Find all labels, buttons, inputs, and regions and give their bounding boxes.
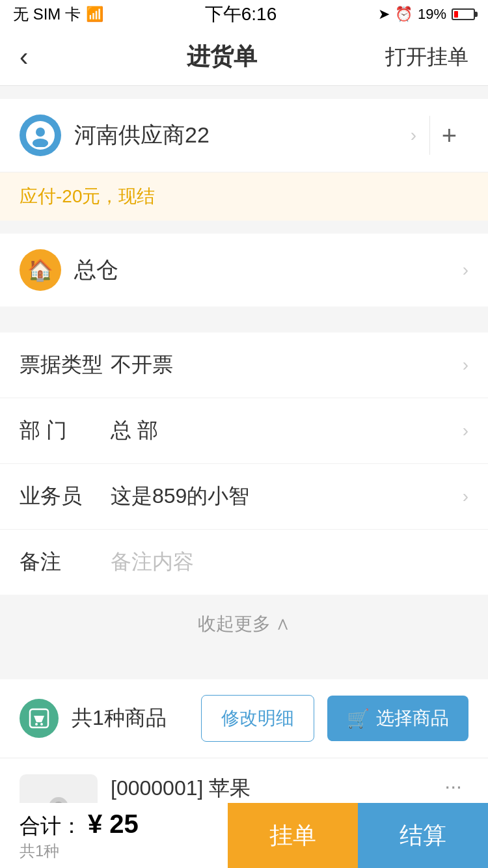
invoice-type-label: 票据类型: [20, 351, 111, 379]
select-product-icon: 🛒: [347, 708, 370, 729]
gap-1: [0, 86, 488, 99]
department-value: 总 部: [111, 416, 463, 445]
warehouse-row[interactable]: 🏠 总仓 ›: [0, 234, 488, 306]
battery-percentage: 19%: [418, 6, 446, 23]
product-count: 共1种商品: [72, 704, 188, 733]
total-section: 合计： ¥ 25 共1种: [0, 809, 228, 861]
product-more-button[interactable]: ···: [438, 774, 468, 798]
alarm-icon: ⏰: [395, 6, 413, 23]
remark-label: 备注: [20, 548, 111, 576]
add-supplier-button[interactable]: +: [429, 116, 468, 155]
gap-4: [0, 653, 488, 666]
hang-button[interactable]: 挂单: [228, 803, 358, 868]
notice-bar: 应付-20元，现结: [0, 172, 488, 221]
invoice-type-chevron-icon: ›: [463, 355, 468, 375]
wifi-icon: 📶: [86, 6, 103, 23]
carrier-text: 无 SIM 卡: [13, 4, 81, 25]
battery-icon: [452, 8, 475, 20]
salesperson-row[interactable]: 业务员 这是859的小智 ›: [0, 464, 488, 530]
remark-value[interactable]: 备注内容: [111, 548, 468, 576]
form-section: 票据类型 不开票 › 部 门 总 部 › 业务员 这是859的小智 › 备注 备…: [0, 332, 488, 595]
svg-point-4: [40, 723, 43, 726]
status-bar: 无 SIM 卡 📶 下午6:16 ➤ ⏰ 19%: [0, 0, 488, 29]
department-chevron-icon: ›: [463, 420, 468, 441]
status-bar-left: 无 SIM 卡 📶: [13, 4, 103, 25]
location-icon: ➤: [378, 6, 390, 23]
product-name: [0000001] 苹果: [111, 774, 425, 803]
total-row: 合计： ¥ 25: [20, 809, 208, 841]
warehouse-section: 🏠 总仓 ›: [0, 234, 488, 306]
invoice-type-row[interactable]: 票据类型 不开票 ›: [0, 332, 488, 398]
supplier-row[interactable]: 河南供应商22 › +: [0, 99, 488, 172]
svg-point-3: [35, 723, 38, 726]
warehouse-name: 总仓: [74, 255, 463, 285]
gap-2: [0, 221, 488, 234]
total-count: 共1种: [20, 841, 208, 861]
page-title: 进货单: [187, 41, 257, 73]
total-label: 合计：: [20, 814, 82, 837]
product-header: 共1种商品 修改明细 🛒 选择商品: [0, 679, 488, 757]
warehouse-chevron-icon: ›: [463, 260, 468, 280]
collapse-button[interactable]: 收起更多 ∧: [0, 595, 488, 653]
select-product-button[interactable]: 🛒 选择商品: [327, 696, 468, 741]
supplier-name: 河南供应商22: [74, 120, 411, 150]
department-label: 部 门: [20, 416, 111, 445]
select-product-label: 选择商品: [376, 706, 449, 731]
product-cart-icon: [20, 699, 59, 738]
nav-bar: ‹ 进货单 打开挂单: [0, 29, 488, 86]
supplier-section: 河南供应商22 › + 应付-20元，现结: [0, 99, 488, 221]
remark-row[interactable]: 备注 备注内容: [0, 530, 488, 595]
department-row[interactable]: 部 门 总 部 ›: [0, 398, 488, 464]
back-button[interactable]: ‹: [20, 42, 59, 72]
salesperson-chevron-icon: ›: [463, 486, 468, 507]
warehouse-icon: 🏠: [20, 249, 61, 291]
gap-3: [0, 306, 488, 319]
supplier-chevron-icon: ›: [411, 125, 416, 146]
time-display: 下午6:16: [205, 2, 277, 27]
total-amount: ¥ 25: [88, 809, 139, 838]
checkout-button[interactable]: 结算: [358, 803, 488, 868]
person-icon: [29, 124, 52, 147]
svg-point-0: [36, 128, 45, 137]
edit-detail-button[interactable]: 修改明细: [201, 695, 314, 742]
open-pending-button[interactable]: 打开挂单: [385, 43, 468, 72]
salesperson-label: 业务员: [20, 482, 111, 511]
invoice-type-value: 不开票: [111, 351, 463, 379]
salesperson-value: 这是859的小智: [111, 482, 463, 511]
status-bar-right: ➤ ⏰ 19%: [378, 6, 475, 23]
bottom-bar: 合计： ¥ 25 共1种 挂单 结算: [0, 803, 488, 868]
svg-point-1: [33, 139, 48, 147]
supplier-avatar: [20, 115, 61, 156]
